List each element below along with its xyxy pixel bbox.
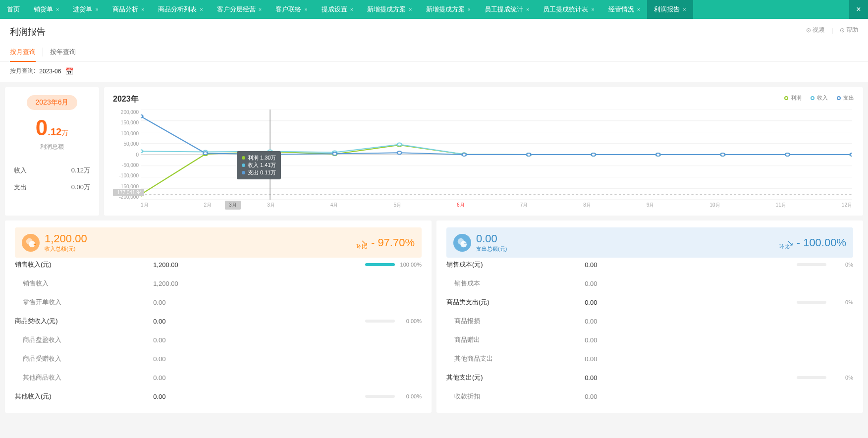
- close-icon[interactable]: ×: [95, 6, 98, 12]
- progress-bar: [797, 376, 826, 379]
- expense-table: 销售成本(元)0.000%销售成本0.00商品类支出(元)0.000%商品报损0…: [446, 255, 853, 406]
- month-filter: 按月查询: 2023-06 📅: [0, 62, 868, 82]
- calendar-icon[interactable]: 📅: [65, 67, 73, 75]
- legend-income[interactable]: 收入: [811, 94, 828, 102]
- table-row: 销售成本0.00: [446, 274, 853, 293]
- expense-hb-label: 环比: [446, 243, 790, 250]
- summary-card: 2023年6月 0.12万 利润总额 收入 0.12万 支出 0.00万: [5, 87, 99, 216]
- table-row: 商品盘盈收入0.00: [15, 330, 422, 349]
- tab-0[interactable]: 首页: [0, 0, 27, 19]
- table-row: 销售成本(元)0.000%: [446, 255, 853, 274]
- income-trend: - 97.70%: [371, 236, 415, 249]
- income-table: 销售收入(元)1,200.00100.00%销售收入1,200.00零售开单收入…: [15, 255, 422, 406]
- summary-income-row: 收入 0.12万: [14, 162, 90, 179]
- filter-label: 按月查询:: [10, 67, 35, 75]
- profit-total-value: 0.12万: [14, 117, 90, 139]
- close-icon[interactable]: ×: [304, 6, 307, 12]
- filter-date[interactable]: 2023-06: [39, 68, 61, 75]
- table-row: 商品受赠收入0.00: [15, 349, 422, 368]
- table-row: 其他商品支出0.00: [446, 349, 853, 368]
- tab-8[interactable]: 新增提成方案×: [360, 0, 419, 19]
- close-icon[interactable]: ×: [200, 6, 203, 12]
- page-title: 利润报告: [10, 26, 858, 38]
- play-icon: ⊙: [806, 27, 811, 34]
- table-row: 商品赠出0.00: [446, 330, 853, 349]
- income-panel: + 1,200.00 收入总额(元) ↘ - 97.70% 环比 销售收入(元)…: [5, 220, 432, 413]
- video-link[interactable]: ⊙视频: [806, 26, 824, 34]
- close-icon[interactable]: ×: [468, 6, 471, 12]
- close-all-tabs[interactable]: ×: [849, 0, 868, 19]
- progress-bar: [365, 263, 395, 266]
- tab-7[interactable]: 提成设置×: [315, 0, 360, 19]
- profit-total-label: 利润总额: [14, 143, 90, 151]
- svg-point-40: [397, 151, 402, 154]
- tab-month-query[interactable]: 按月查询: [10, 45, 36, 61]
- tooltip-dot-icon: [242, 156, 245, 160]
- tab-10[interactable]: 员工提成统计×: [478, 0, 536, 19]
- svg-point-45: [721, 153, 725, 156]
- svg-point-43: [592, 153, 596, 156]
- svg-point-36: [141, 115, 143, 118]
- table-row: 销售收入(元)1,200.00100.00%: [15, 255, 422, 274]
- progress-bar: [365, 395, 395, 398]
- chart-card: 2023年 利润 收入 支出 200,000150,000100,00050,0…: [104, 87, 863, 216]
- close-icon[interactable]: ×: [259, 6, 262, 12]
- close-icon[interactable]: ×: [141, 6, 144, 12]
- close-icon[interactable]: ×: [56, 6, 59, 12]
- tab-6[interactable]: 客户联络×: [269, 0, 314, 19]
- tab-divider: [43, 48, 43, 56]
- close-icon[interactable]: ×: [526, 6, 529, 12]
- legend-expense[interactable]: 支出: [837, 94, 854, 102]
- close-icon[interactable]: ×: [350, 6, 353, 12]
- tab-3[interactable]: 商品分析×: [106, 0, 151, 19]
- tooltip-dot-icon: [242, 164, 245, 167]
- tab-12[interactable]: 经营情况×: [601, 0, 647, 19]
- table-row: 零售开单收入0.00: [15, 293, 422, 312]
- svg-point-39: [332, 152, 337, 155]
- legend-dot-icon: [811, 96, 814, 100]
- progress-bar: [365, 320, 395, 323]
- chart-tooltip: 利润 1.30万 收入 1.41万 支出 0.11万: [237, 151, 281, 179]
- tooltip-dot-icon: [242, 171, 245, 174]
- chart-x-badge: 3月: [225, 201, 241, 210]
- svg-point-41: [462, 153, 466, 156]
- legend-profit[interactable]: 利润: [784, 94, 802, 102]
- top-tabbar: 首页销货单×进货单×商品分析×商品分析列表×客户分层经营×客户联络×提成设置×新…: [0, 0, 868, 19]
- tab-4[interactable]: 商品分析列表×: [151, 0, 210, 19]
- page-header: 利润报告 ⊙视频 | ⊙帮助: [0, 19, 868, 38]
- close-icon[interactable]: ×: [683, 6, 686, 12]
- chart-plot: -177,041.94 利润 1.30万 收入 1.41万 支出 0.11万: [141, 110, 852, 200]
- table-row: 商品类支出(元)0.000%: [446, 293, 853, 312]
- table-row: 收款折扣0.00: [446, 387, 853, 406]
- tab-2[interactable]: 进货单×: [66, 0, 105, 19]
- chart-area[interactable]: 200,000150,000100,00050,0000-50,000-100,…: [113, 110, 854, 209]
- legend-dot-icon: [837, 96, 841, 100]
- table-row: 其他商品收入0.00: [15, 368, 422, 387]
- summary-period: 2023年6月: [27, 95, 78, 110]
- help-link[interactable]: ⊙帮助: [840, 26, 858, 34]
- close-icon[interactable]: ×: [409, 6, 412, 12]
- table-row: 商品报损0.00: [446, 312, 853, 330]
- svg-point-24: [141, 150, 143, 153]
- tab-5[interactable]: 客户分层经营×: [210, 0, 269, 19]
- table-row: 其他支出(元)0.000%: [446, 368, 853, 387]
- tab-11[interactable]: 员工提成统计表×: [536, 0, 601, 19]
- expense-panel: − 0.00 支出总额(元) ↘ - 100.00% 环比 销售成本(元)0.0…: [436, 220, 863, 413]
- progress-bar: [797, 263, 826, 266]
- progress-bar: [797, 301, 826, 304]
- close-icon[interactable]: ×: [637, 6, 640, 12]
- svg-point-37: [203, 152, 208, 155]
- tab-1[interactable]: 销货单×: [27, 0, 66, 19]
- income-hb-label: 环比: [15, 243, 367, 250]
- svg-point-47: [850, 153, 852, 156]
- tab-13[interactable]: 利润报告×: [647, 0, 693, 19]
- help-icon: ⊙: [840, 27, 845, 34]
- close-icon[interactable]: ×: [591, 6, 594, 12]
- summary-expense-row: 支出 0.00万: [14, 179, 90, 196]
- tab-9[interactable]: 新增提成方案×: [419, 0, 478, 19]
- table-row: 商品类收入(元)0.000.00%: [15, 312, 422, 330]
- table-row: 其他收入(元)0.000.00%: [15, 387, 422, 406]
- tab-year-query[interactable]: 按年查询: [50, 45, 76, 61]
- legend-dot-icon: [784, 96, 788, 100]
- table-row: 销售收入1,200.00: [15, 274, 422, 293]
